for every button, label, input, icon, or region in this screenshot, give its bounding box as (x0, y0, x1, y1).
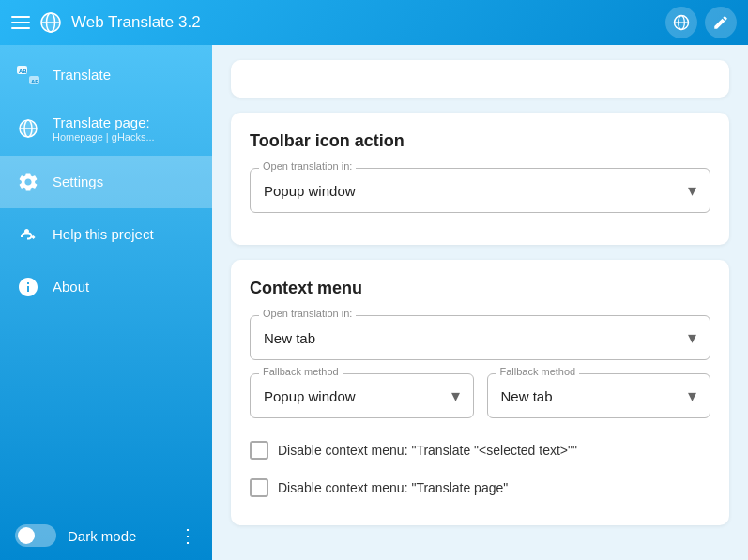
toolbar-section-card: Toolbar icon action Open translation in:… (231, 113, 729, 245)
sidebar-item-translate-page[interactable]: Translate page: Homepage | gHacks... (0, 101, 212, 156)
app-title: Web Translate 3.2 (71, 13, 201, 32)
svg-text:AB: AB (19, 68, 27, 74)
fallback-left-select[interactable]: Popup window ▾ (250, 373, 474, 418)
settings-label: Settings (53, 174, 103, 190)
context-menu-section-title: Context menu (250, 279, 710, 298)
header-left: Web Translate 3.2 (11, 11, 201, 34)
dark-mode-toggle[interactable] (15, 524, 56, 547)
app-logo-icon (39, 11, 62, 34)
translate-page-sublabel: Homepage | gHacks... (53, 131, 155, 143)
fallback-left-group: Fallback method Popup window ▾ (250, 373, 474, 418)
toolbar-open-translation-field: Open translation in: Popup window ▾ (250, 168, 710, 213)
fallback-right-value: New tab (501, 388, 553, 404)
fallback-left-value: Popup window (264, 388, 356, 404)
checkbox-2-label: Disable context menu: "Translate page" (278, 480, 508, 495)
settings-icon (15, 169, 41, 195)
header: Web Translate 3.2 (0, 0, 748, 45)
checkbox-1[interactable] (250, 441, 268, 460)
fallback-row: Fallback method Popup window ▾ Fallback … (250, 373, 710, 431)
dark-mode-label: Dark mode (68, 528, 167, 544)
toolbar-open-translation-select[interactable]: Popup window ▾ (250, 168, 710, 213)
toolbar-open-translation-value: Popup window (264, 183, 356, 199)
fallback-right-field: Fallback method New tab ▾ (487, 373, 711, 431)
sidebar-item-help[interactable]: Help this project (0, 208, 212, 261)
globe-icon (672, 13, 691, 32)
toolbar-chevron-down-icon: ▾ (688, 180, 696, 201)
top-partial-card (231, 60, 729, 98)
sidebar-translate-label: Translate (53, 67, 111, 83)
context-open-translation-select[interactable]: New tab ▾ (250, 315, 710, 360)
translate-page-icon (15, 115, 41, 142)
help-label: Help this project (53, 226, 154, 243)
fallback-right-select[interactable]: New tab ▾ (487, 373, 711, 418)
sidebar-item-translate[interactable]: AB AB Translate (0, 49, 212, 101)
fallback-left-label: Fallback method (259, 366, 343, 377)
translate-page-label: Translate page: (53, 114, 155, 131)
main-layout: AB AB Translate Translate page: Homepage… (0, 45, 748, 560)
translate-page-text: Translate page: Homepage | gHacks... (53, 114, 155, 143)
svg-text:AB: AB (31, 79, 39, 84)
dark-mode-row: Dark mode ⋮ (0, 511, 212, 560)
checkbox-row-2: Disable context menu: "Translate page" (250, 469, 710, 507)
context-menu-section-card: Context menu Open translation in: New ta… (231, 260, 729, 525)
toolbar-section-title: Toolbar icon action (250, 131, 710, 151)
globe-button[interactable] (665, 7, 697, 38)
checkbox-2[interactable] (250, 478, 268, 497)
header-actions (665, 7, 737, 38)
help-icon (15, 221, 41, 248)
fallback-right-group: Fallback method New tab ▾ (487, 373, 711, 418)
hamburger-menu-icon[interactable] (11, 16, 30, 29)
context-chevron-down-icon: ▾ (688, 327, 696, 348)
toggle-thumb (18, 527, 35, 544)
toolbar-open-translation-label: Open translation in: (259, 160, 356, 172)
fallback-left-chevron-icon: ▾ (451, 386, 460, 406)
checkbox-1-label: Disable context menu: "Translate "<selec… (278, 443, 577, 458)
about-label: About (53, 279, 89, 295)
sidebar: AB AB Translate Translate page: Homepage… (0, 45, 212, 560)
translate-icon: AB AB (15, 62, 41, 88)
context-open-translation-value: New tab (264, 330, 315, 346)
edit-button[interactable] (705, 7, 737, 38)
sidebar-item-about[interactable]: About (0, 261, 212, 313)
sidebar-item-settings[interactable]: Settings (0, 156, 212, 208)
fallback-left-field: Fallback method Popup window ▾ (250, 373, 474, 431)
pencil-icon (712, 14, 729, 31)
content-area: Toolbar icon action Open translation in:… (212, 45, 748, 560)
fallback-right-chevron-icon: ▾ (688, 386, 696, 406)
context-open-translation-label: Open translation in: (259, 308, 356, 319)
more-icon: ⋮ (178, 524, 197, 547)
about-icon (15, 274, 41, 300)
checkbox-row-1: Disable context menu: "Translate "<selec… (250, 431, 710, 469)
fallback-right-label: Fallback method (496, 366, 580, 377)
context-open-translation-field: Open translation in: New tab ▾ (250, 315, 710, 360)
more-options-button[interactable]: ⋮ (178, 524, 197, 547)
